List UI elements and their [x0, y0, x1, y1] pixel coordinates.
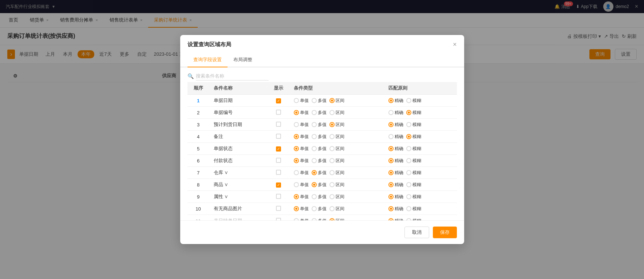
radio-type-7-区间[interactable]: 区间 — [329, 170, 344, 176]
radio-type-10-单值[interactable]: 单值 — [294, 206, 309, 212]
row-display-7[interactable] — [268, 167, 289, 179]
row-display-3[interactable] — [268, 119, 289, 131]
radio-type-2-区间[interactable]: 区间 — [329, 110, 344, 116]
row-order-2: 2 — [187, 107, 209, 119]
dialog-tab-query-fields[interactable]: 查询字段设置 — [187, 54, 228, 67]
row-display-11[interactable] — [268, 215, 289, 221]
radio-type-6-多值[interactable]: 多值 — [312, 158, 327, 164]
row-order-9: 9 — [187, 191, 209, 203]
row-match-5: 精确模糊 — [384, 143, 457, 155]
row-display-6[interactable] — [268, 155, 289, 167]
row-display-10[interactable] — [268, 203, 289, 215]
radio-match-2-精确[interactable]: 精确 — [388, 110, 403, 116]
radio-match-6-模糊[interactable]: 模糊 — [406, 158, 421, 164]
radio-match-10-模糊[interactable]: 模糊 — [406, 206, 421, 212]
save-button[interactable]: 保存 — [433, 227, 457, 238]
radio-match-8-精确[interactable]: 精确 — [388, 182, 403, 188]
radio-match-5-精确[interactable]: 精确 — [388, 146, 403, 152]
radio-type-1-多值[interactable]: 多值 — [312, 98, 327, 104]
row-display-5[interactable] — [268, 143, 289, 155]
radio-type-5-区间[interactable]: 区间 — [329, 146, 344, 152]
radio-match-4-精确[interactable]: 精确 — [388, 134, 403, 140]
radio-type-8-多值[interactable]: 多值 — [312, 182, 327, 188]
row-match-6: 精确模糊 — [384, 155, 457, 167]
radio-type-4-区间[interactable]: 区间 — [329, 134, 344, 140]
radio-match-1-精确[interactable]: 精确 — [388, 98, 403, 104]
radio-type-8-区间[interactable]: 区间 — [329, 182, 344, 188]
radio-type-6-区间[interactable]: 区间 — [329, 158, 344, 164]
radio-type-9-区间[interactable]: 区间 — [329, 194, 344, 200]
row-name-8: 商品 ∨ — [209, 179, 268, 191]
settings-dialog: 设置查询区域布局 × 查询字段设置 布局调整 🔍 顺序 条件名称 — [180, 35, 464, 244]
checkbox-display-5[interactable] — [276, 146, 281, 152]
radio-match-3-模糊[interactable]: 模糊 — [406, 122, 421, 128]
radio-type-8-单值[interactable]: 单值 — [294, 182, 309, 188]
row-display-2[interactable] — [268, 107, 289, 119]
radio-type-1-区间[interactable]: 区间 — [329, 98, 344, 104]
radio-match-7-精确[interactable]: 精确 — [388, 170, 403, 176]
checkbox-display-2[interactable] — [276, 110, 281, 115]
row-type-2: 单值多值区间 — [289, 107, 384, 119]
radio-type-3-单值[interactable]: 单值 — [294, 122, 309, 128]
checkbox-display-8[interactable] — [276, 182, 281, 188]
radio-type-3-区间[interactable]: 区间 — [329, 122, 344, 128]
radio-type-5-单值[interactable]: 单值 — [294, 146, 309, 152]
radio-type-7-单值[interactable]: 单值 — [294, 170, 309, 176]
search-input[interactable] — [196, 72, 269, 80]
radio-type-7-多值[interactable]: 多值 — [312, 170, 327, 176]
cancel-button[interactable]: 取消 — [404, 227, 429, 238]
radio-match-5-模糊[interactable]: 模糊 — [406, 146, 421, 152]
checkbox-display-9[interactable] — [276, 194, 281, 199]
row-type-5: 单值多值区间 — [289, 143, 384, 155]
radio-type-11-单值[interactable]: 单值 — [294, 218, 309, 221]
checkbox-display-11[interactable] — [276, 218, 281, 221]
radio-match-9-精确[interactable]: 精确 — [388, 194, 403, 200]
radio-type-10-多值[interactable]: 多值 — [312, 206, 327, 212]
radio-match-11-精确[interactable]: 精确 — [388, 218, 403, 221]
row-type-11: 单值多值区间 — [289, 215, 384, 221]
radio-type-10-区间[interactable]: 区间 — [329, 206, 344, 212]
checkbox-display-1[interactable] — [276, 98, 281, 103]
radio-match-7-模糊[interactable]: 模糊 — [406, 170, 421, 176]
row-display-9[interactable] — [268, 191, 289, 203]
radio-type-5-多值[interactable]: 多值 — [312, 146, 327, 152]
checkbox-display-10[interactable] — [276, 206, 281, 211]
row-name-3: 预计到货日期 — [209, 119, 268, 131]
row-order-1: 1 — [187, 95, 209, 107]
radio-match-2-模糊[interactable]: 模糊 — [406, 110, 421, 116]
row-order-11: 11 — [187, 215, 209, 221]
dialog-tab-layout-adjust[interactable]: 布局调整 — [228, 54, 258, 67]
radio-match-6-精确[interactable]: 精确 — [388, 158, 403, 164]
checkbox-display-3[interactable] — [276, 122, 281, 127]
dialog-title: 设置查询区域布局 — [187, 41, 231, 48]
th-order: 顺序 — [187, 82, 209, 95]
radio-type-4-单值[interactable]: 单值 — [294, 134, 309, 140]
radio-match-4-模糊[interactable]: 模糊 — [406, 134, 421, 140]
radio-type-9-多值[interactable]: 多值 — [312, 194, 327, 200]
radio-match-3-精确[interactable]: 精确 — [388, 122, 403, 128]
radio-match-1-模糊[interactable]: 模糊 — [406, 98, 421, 104]
radio-type-11-区间[interactable]: 区间 — [329, 218, 344, 221]
radio-type-11-多值[interactable]: 多值 — [312, 218, 327, 221]
radio-match-8-模糊[interactable]: 模糊 — [406, 182, 421, 188]
checkbox-display-4[interactable] — [276, 134, 281, 139]
radio-type-9-单值[interactable]: 单值 — [294, 194, 309, 200]
row-name-4: 备注 — [209, 131, 268, 143]
radio-type-1-单值[interactable]: 单值 — [294, 98, 309, 104]
checkbox-display-6[interactable] — [276, 158, 281, 163]
checkbox-display-7[interactable] — [276, 170, 281, 175]
radio-type-6-单值[interactable]: 单值 — [294, 158, 309, 164]
row-display-4[interactable] — [268, 131, 289, 143]
radio-match-11-模糊[interactable]: 模糊 — [406, 218, 421, 221]
radio-match-9-模糊[interactable]: 模糊 — [406, 194, 421, 200]
dialog-table-wrap: 顺序 条件名称 显示 条件类型 匹配原则 1单据日期单值多值区间精确模糊2单据编… — [180, 82, 464, 220]
dialog-close-button[interactable]: × — [453, 41, 457, 48]
radio-type-2-单值[interactable]: 单值 — [294, 110, 309, 116]
radio-type-3-多值[interactable]: 多值 — [312, 122, 327, 128]
row-display-1[interactable] — [268, 95, 289, 107]
radio-type-4-多值[interactable]: 多值 — [312, 134, 327, 140]
radio-match-10-精确[interactable]: 精确 — [388, 206, 403, 212]
row-display-8[interactable] — [268, 179, 289, 191]
radio-type-2-多值[interactable]: 多值 — [312, 110, 327, 116]
th-name: 条件名称 — [209, 82, 268, 95]
